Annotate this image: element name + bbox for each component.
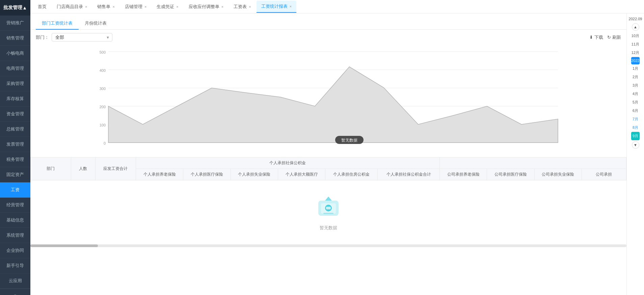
sidebar-item-销售管理[interactable]: 销售管理 [0, 31, 30, 46]
chart-tooltip-text: 暂无数据 [341, 138, 357, 143]
tab-close-工资统计报表[interactable]: × [290, 4, 292, 8]
tab-close-应收应付调整单[interactable]: × [221, 5, 223, 9]
col-header-ins2: 个人承担医疗保险 [183, 169, 231, 180]
sub-tab-部门工资统计表[interactable]: 部门工资统计表 [36, 18, 79, 30]
time-nav-down[interactable]: ▼ [632, 141, 639, 149]
refresh-button[interactable]: ↻ 刷新 [607, 34, 621, 40]
sidebar-item-小畅电商[interactable]: 小畅电商 [0, 46, 30, 61]
main-area: 首页门店商品目录×销售单×店铺管理×生成凭证×应收应付调整单×工资表×工资统计报… [30, 0, 644, 295]
sidebar-title: 批发管理 [3, 5, 22, 11]
empty-text: 暂无数据 [320, 225, 337, 231]
svg-rect-16 [323, 213, 333, 214]
time-nav-up[interactable]: ▲ [632, 23, 639, 31]
sidebar-item-采购管理[interactable]: 采购管理 [0, 76, 30, 91]
dept-select[interactable]: 全部 [52, 33, 112, 41]
tab-店铺管理[interactable]: 店铺管理× [120, 1, 151, 13]
col-header-dept: 部门 [31, 157, 71, 180]
tab-首页[interactable]: 首页 [33, 1, 51, 13]
refresh-icon: ↻ [607, 35, 611, 40]
sidebar-item-云应用[interactable]: 云应用 [0, 273, 30, 289]
tab-工资表[interactable]: 工资表× [229, 1, 256, 13]
col-header-ins8: 公司承担医疗保险 [487, 169, 534, 180]
data-table: 部门 人数 应发工资合计 个人承担社保公积金 个人承担养老保险 个人承担医疗保险… [30, 157, 626, 180]
sidebar-item-发票管理[interactable]: 发票管理 [0, 137, 30, 152]
empty-icon [315, 194, 342, 221]
sidebar: 批发管理 ▲ 营销推广销售管理小畅电商电商管理采购管理库存核算资金管理总账管理发… [0, 0, 30, 295]
time-month-2022[interactable]: 2022 [631, 57, 639, 64]
settings-icon: ⚙ [13, 294, 17, 295]
time-month-12月[interactable]: 12月 [631, 49, 639, 57]
dept-select-wrapper: 全部 ▼ [52, 33, 112, 41]
tab-门店商品目录[interactable]: 门店商品目录× [52, 1, 92, 13]
tab-close-销售单[interactable]: × [112, 5, 114, 9]
svg-text:500: 500 [100, 50, 106, 54]
sidebar-item-新手引导[interactable]: 新手引导 [0, 258, 30, 273]
sidebar-item-总账管理[interactable]: 总账管理 [0, 122, 30, 137]
svg-text:0: 0 [104, 141, 106, 145]
empty-state: 暂无数据 [30, 180, 626, 244]
sidebar-item-基础信息[interactable]: 基础信息 [0, 213, 30, 228]
time-month-3月[interactable]: 3月 [631, 81, 639, 90]
horizontal-scrollbar[interactable] [30, 244, 626, 247]
sidebar-item-企业协同[interactable]: 企业协同 [0, 243, 30, 258]
scrollbar-thumb[interactable] [30, 244, 98, 247]
tab-close-工资表[interactable]: × [249, 5, 251, 9]
tab-销售单[interactable]: 销售单× [92, 1, 119, 13]
sidebar-item-经营管理[interactable]: 经营管理 [0, 198, 30, 213]
col-header-ins9: 公司承担失业保险 [534, 169, 582, 180]
time-month-11月[interactable]: 11月 [631, 40, 639, 49]
sidebar-item-库存核算[interactable]: 库存核算 [0, 91, 30, 107]
col-header-ins7: 公司承担养老保险 [439, 169, 487, 180]
tab-close-生成凭证[interactable]: × [176, 5, 178, 9]
time-month-10月[interactable]: 10月 [631, 32, 639, 40]
chart-container: 500 400 300 200 100 0 [30, 45, 626, 157]
col-header-ins5: 个人承担住房公积金 [325, 169, 378, 180]
time-month-1月[interactable]: 1月 [631, 64, 639, 73]
svg-text:300: 300 [100, 87, 106, 91]
toolbar-left: 部门： 全部 ▼ [36, 33, 112, 41]
tab-bar: 首页门店商品目录×销售单×店铺管理×生成凭证×应收应付调整单×工资表×工资统计报… [30, 0, 644, 13]
page: 部门工资统计表月份统计表 部门： 全部 ▼ ⬇ 下载 [30, 13, 626, 295]
svg-text:200: 200 [100, 105, 106, 109]
time-panel: 2022.09 ▲ 10月11月12月20221月2月3月4月5月6月7月8月9… [626, 13, 644, 295]
tab-close-门店商品目录[interactable]: × [85, 5, 87, 9]
time-month-7月[interactable]: 7月 [631, 115, 639, 123]
download-button[interactable]: ⬇ 下载 [589, 34, 603, 40]
svg-text:100: 100 [100, 123, 106, 127]
svg-text:400: 400 [100, 68, 106, 72]
time-panel-year[interactable]: 2022.09 [627, 16, 644, 22]
sidebar-item-固定资产[interactable]: 固定资产 [0, 167, 30, 182]
sidebar-footer[interactable]: ⚙ [0, 289, 30, 295]
tab-生成凭证[interactable]: 生成凭证× [152, 1, 183, 13]
col-header-count: 人数 [71, 157, 95, 180]
chart-area [108, 67, 558, 143]
sidebar-item-系统管理[interactable]: 系统管理 [0, 228, 30, 243]
time-month-9月[interactable]: 9月 [631, 132, 639, 140]
col-header-ins10: 公司承担 [582, 169, 626, 180]
toolbar: 部门： 全部 ▼ ⬇ 下载 ↻ 刷新 [30, 30, 626, 45]
sidebar-item-营销推广[interactable]: 营销推广 [0, 16, 30, 31]
content-area: 部门工资统计表月份统计表 部门： 全部 ▼ ⬇ 下载 [30, 13, 644, 295]
tab-应收应付调整单[interactable]: 应收应付调整单× [184, 1, 228, 13]
col-header-personal-ins: 个人承担社保公积金 [136, 157, 439, 169]
sidebar-toggle-icon: ▲ [22, 5, 27, 10]
col-header-ins3: 个人承担失业保险 [231, 169, 278, 180]
time-month-6月[interactable]: 6月 [631, 107, 639, 115]
sidebar-item-工资[interactable]: 工资 [0, 182, 30, 198]
sidebar-item-电商管理[interactable]: 电商管理 [0, 61, 30, 76]
sidebar-item-资金管理[interactable]: 资金管理 [0, 107, 30, 122]
dept-label: 部门： [36, 34, 49, 40]
time-month-2月[interactable]: 2月 [631, 73, 639, 81]
tab-close-店铺管理[interactable]: × [144, 5, 146, 9]
time-month-5月[interactable]: 5月 [631, 98, 639, 107]
sidebar-item-税务管理[interactable]: 税务管理 [0, 152, 30, 167]
sub-tabs: 部门工资统计表月份统计表 [30, 13, 626, 30]
time-month-4月[interactable]: 4月 [631, 90, 639, 98]
time-month-8月[interactable]: 8月 [631, 123, 639, 132]
table-area: 部门 人数 应发工资合计 个人承担社保公积金 个人承担养老保险 个人承担医疗保险… [30, 157, 626, 247]
svg-marker-17 [325, 197, 332, 201]
tab-工资统计报表[interactable]: 工资统计报表× [257, 1, 296, 13]
sub-tab-月份统计表[interactable]: 月份统计表 [79, 18, 113, 30]
sidebar-header[interactable]: 批发管理 ▲ [0, 0, 30, 16]
col-header-ins1: 个人承担养老保险 [136, 169, 183, 180]
